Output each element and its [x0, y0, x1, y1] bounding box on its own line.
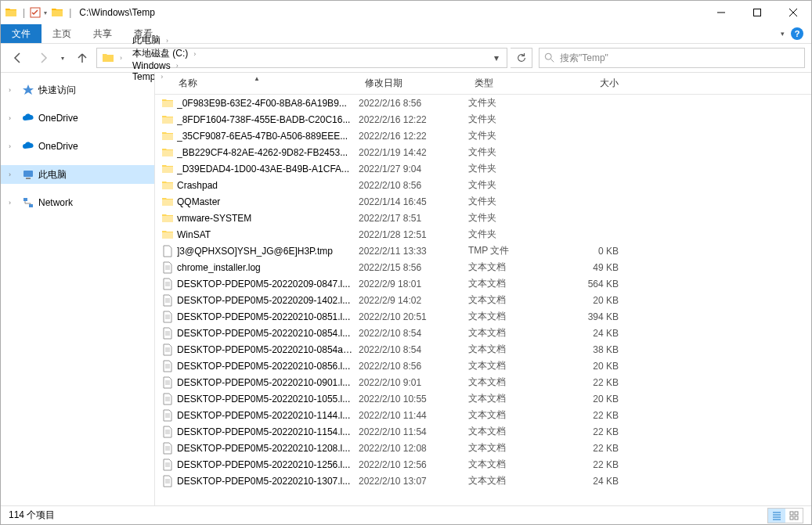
- file-row[interactable]: DESKTOP-PDEP0M5-20220210-0901.l...2022/2…: [155, 374, 811, 390]
- file-type: 文件夹: [468, 211, 554, 225]
- file-row[interactable]: vmware-SYSTEM2022/2/17 8:51文件夹: [155, 210, 811, 226]
- breadcrumb-label: 此电脑: [132, 34, 161, 47]
- file-type: 文件夹: [468, 178, 554, 192]
- file-size: 38 KB: [554, 344, 619, 355]
- help-icon[interactable]: ?: [791, 27, 803, 40]
- file-date: 2022/2/10 10:55: [359, 394, 468, 405]
- column-name[interactable]: ▲名称: [155, 77, 359, 90]
- details-view-button[interactable]: [768, 509, 785, 523]
- file-size: 20 KB: [554, 394, 619, 405]
- nav-onedrive[interactable]: › OneDrive: [1, 137, 154, 156]
- column-size[interactable]: 大小: [554, 77, 625, 90]
- ribbon-tab-home[interactable]: 主页: [42, 24, 82, 43]
- text-file-icon: [161, 360, 177, 372]
- breadcrumb-item[interactable]: 此电脑›: [129, 34, 201, 47]
- file-row[interactable]: WinSAT2022/1/28 12:51文件夹: [155, 226, 811, 243]
- nav-this-pc[interactable]: › 此电脑: [1, 165, 154, 184]
- file-row[interactable]: QQMaster2022/1/14 16:45文件夹: [155, 193, 811, 210]
- file-row[interactable]: DESKTOP-PDEP0M5-20220210-0856.l...2022/2…: [155, 358, 811, 374]
- chevron-right-icon[interactable]: ›: [174, 62, 181, 70]
- addr-root-icon[interactable]: ›: [99, 49, 128, 67]
- file-date: 2022/2/9 18:01: [359, 279, 468, 289]
- chevron-right-icon[interactable]: ›: [9, 171, 18, 178]
- search-box[interactable]: 搜索"Temp": [539, 48, 805, 68]
- nav-onedrive[interactable]: › OneDrive: [1, 109, 154, 128]
- chevron-right-icon[interactable]: ›: [164, 37, 171, 45]
- text-file-icon: [161, 442, 177, 455]
- back-button[interactable]: [7, 47, 29, 69]
- file-name: DESKTOP-PDEP0M5-20220210-1154.l...: [177, 426, 359, 437]
- file-type: 文本文档: [468, 261, 554, 274]
- breadcrumb-item[interactable]: 本地磁盘 (C:)›: [129, 47, 201, 60]
- text-file-icon: [161, 311, 177, 323]
- chevron-right-icon[interactable]: ›: [9, 114, 18, 122]
- file-name: DESKTOP-PDEP0M5-20220209-0847.l...: [177, 279, 359, 289]
- chevron-right-icon[interactable]: ›: [9, 86, 18, 94]
- file-size: 22 KB: [554, 459, 619, 470]
- file-row[interactable]: _D39EDAD4-1D00-43AE-B49B-A1CFA...2022/1/…: [155, 160, 811, 177]
- file-name: QQMaster: [177, 196, 359, 207]
- chevron-right-icon[interactable]: ›: [191, 50, 198, 58]
- file-date: 2022/1/14 16:45: [359, 196, 468, 207]
- file-row[interactable]: DESKTOP-PDEP0M5-20220210-0854.l...2022/2…: [155, 325, 811, 341]
- file-row[interactable]: DESKTOP-PDEP0M5-20220210-1256.l...2022/2…: [155, 456, 811, 473]
- file-size: 22 KB: [554, 426, 619, 437]
- file-size: 20 KB: [554, 361, 619, 372]
- maximize-button[interactable]: [739, 1, 775, 24]
- file-name: chrome_installer.log: [177, 262, 359, 273]
- file-row[interactable]: DESKTOP-PDEP0M5-20220209-0847.l...2022/2…: [155, 275, 811, 292]
- ribbon-tab-share[interactable]: 共享: [82, 24, 123, 43]
- file-row[interactable]: DESKTOP-PDEP0M5-20220210-1154.l...2022/2…: [155, 423, 811, 440]
- file-date: 2022/2/10 8:56: [359, 361, 468, 372]
- file-name: DESKTOP-PDEP0M5-20220210-1256.l...: [177, 459, 359, 470]
- file-row[interactable]: DESKTOP-PDEP0M5-20220209-1402.l...2022/2…: [155, 292, 811, 308]
- nav-network[interactable]: › Network: [1, 193, 154, 212]
- minimize-button[interactable]: [703, 1, 739, 24]
- file-row[interactable]: DESKTOP-PDEP0M5-20220210-0854a....2022/2…: [155, 341, 811, 358]
- file-date: 2022/1/19 14:42: [359, 147, 468, 158]
- column-date[interactable]: 修改日期: [359, 77, 468, 90]
- ribbon-tab-file[interactable]: 文件: [1, 24, 42, 43]
- file-row[interactable]: DESKTOP-PDEP0M5-20220210-1055.l...2022/2…: [155, 390, 811, 407]
- file-type: 文本文档: [468, 376, 554, 389]
- close-button[interactable]: [775, 1, 811, 24]
- file-row[interactable]: chrome_installer.log2022/2/15 8:56文本文档49…: [155, 259, 811, 275]
- large-icons-view-button[interactable]: [785, 509, 803, 523]
- chevron-right-icon[interactable]: ›: [9, 199, 18, 207]
- recent-dropdown[interactable]: ▾: [57, 47, 68, 69]
- file-list[interactable]: _0F983E9B-63E2-4F00-8BA8-6A19B9...2022/2…: [155, 95, 811, 505]
- address-dropdown-icon[interactable]: ▾: [488, 52, 505, 63]
- nav-quick-access[interactable]: › 快速访问: [1, 81, 154, 99]
- breadcrumb-item[interactable]: Windows›: [129, 60, 201, 71]
- address-bar[interactable]: › 此电脑›本地磁盘 (C:)›Windows›Temp› ▾: [96, 48, 507, 68]
- qat-checkbox-icon[interactable]: [30, 7, 41, 18]
- refresh-button[interactable]: [511, 48, 532, 68]
- file-row[interactable]: _BB229CF4-82AE-4262-9D82-FB2453...2022/1…: [155, 144, 811, 160]
- up-button[interactable]: [71, 47, 93, 69]
- file-type: 文本文档: [468, 359, 554, 372]
- file-type: 文件夹: [468, 129, 554, 142]
- forward-button[interactable]: [32, 47, 54, 69]
- file-row[interactable]: DESKTOP-PDEP0M5-20220210-1208.l...2022/2…: [155, 440, 811, 456]
- file-name: DESKTOP-PDEP0M5-20220210-0854a....: [177, 344, 359, 355]
- file-type: 文本文档: [468, 441, 554, 455]
- file-row[interactable]: _8FDF1604-738F-455E-BADB-C20C16...2022/2…: [155, 111, 811, 128]
- file-row[interactable]: DESKTOP-PDEP0M5-20220210-0851.l...2022/2…: [155, 308, 811, 325]
- file-type: 文件夹: [468, 113, 554, 126]
- file-row[interactable]: Crashpad2022/2/10 8:56文件夹: [155, 177, 811, 193]
- file-row[interactable]: DESKTOP-PDEP0M5-20220210-1307.l...2022/2…: [155, 473, 811, 489]
- qat-dropdown-icon[interactable]: ▾: [42, 9, 49, 16]
- chevron-right-icon[interactable]: ›: [9, 142, 18, 150]
- cloud-icon: [21, 140, 35, 153]
- file-name: DESKTOP-PDEP0M5-20220210-0854.l...: [177, 328, 359, 339]
- file-row[interactable]: ]3@QPHXSO]YSH_JG@6E]H3P.tmp2022/2/11 13:…: [155, 243, 811, 259]
- file-name: DESKTOP-PDEP0M5-20220210-0901.l...: [177, 377, 359, 388]
- ribbon-expand-icon[interactable]: ▾: [781, 30, 785, 38]
- file-date: 2022/2/10 9:01: [359, 377, 468, 388]
- file-row[interactable]: DESKTOP-PDEP0M5-20220210-1144.l...2022/2…: [155, 407, 811, 423]
- file-name: DESKTOP-PDEP0M5-20220210-1055.l...: [177, 394, 359, 405]
- file-type: 文件夹: [468, 228, 554, 241]
- file-row[interactable]: _35CF9087-6EA5-47B0-A506-889EEE...2022/2…: [155, 128, 811, 144]
- file-row[interactable]: _0F983E9B-63E2-4F00-8BA8-6A19B9...2022/2…: [155, 95, 811, 111]
- column-type[interactable]: 类型: [468, 77, 554, 90]
